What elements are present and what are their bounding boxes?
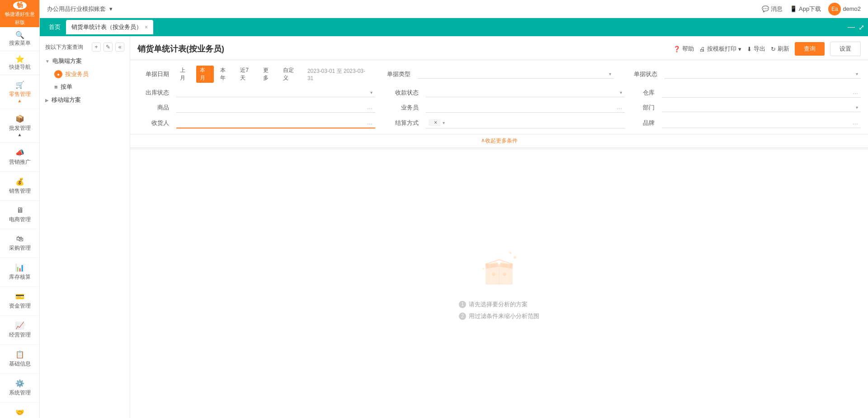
goods-dots[interactable]: … xyxy=(367,104,373,110)
date-filter-cell: 上月 本月 本年 近7天 更多 自定义 2023-03-01 至 2023-03… xyxy=(176,66,367,83)
export-btn[interactable]: ⬇ 导出 xyxy=(747,45,765,53)
sidebar-item-system[interactable]: ⚙️ 系统管理 xyxy=(0,374,39,403)
sidebar-item-inventory[interactable]: 📊 库存核算 xyxy=(0,258,39,287)
refresh-btn[interactable]: ↻ 刷新 xyxy=(771,45,789,53)
top-bar: 办公用品行业模拟账套 ▾ 💬 消息 📱 App下载 Ea demo2 xyxy=(40,0,868,18)
date-tab-more[interactable]: 更多 xyxy=(259,66,277,83)
date-tab-custom[interactable]: 自定义 xyxy=(279,66,302,83)
print-btn[interactable]: 🖨 按模板打印 ▾ xyxy=(699,45,741,53)
tree-section-pc[interactable]: ▼ 电脑端方案 xyxy=(40,54,130,68)
sidebar-item-ecommerce[interactable]: 🖥 电商管理 xyxy=(0,201,39,229)
print-icon: 🖨 xyxy=(699,46,705,52)
top-bar-right: 💬 消息 📱 App下载 Ea demo2 xyxy=(762,3,861,15)
tree-item-salesman[interactable]: ● 按业务员 xyxy=(49,68,130,81)
doctype-field[interactable]: ▾ xyxy=(418,70,614,79)
tab-close-btn[interactable]: × xyxy=(145,24,148,30)
tree-item-order[interactable]: ≡ 按单 xyxy=(49,81,130,93)
settings-button[interactable]: 设置 xyxy=(830,42,861,56)
sidebar-item-sales[interactable]: 💰 销售管理 xyxy=(0,172,39,201)
outstatus-label: 出库状态 xyxy=(137,89,169,97)
doctype-arrow: ▾ xyxy=(609,71,611,76)
payment-field[interactable]: × ▾ xyxy=(426,117,625,128)
tree-arrow-mobile: ▶ xyxy=(45,98,49,103)
filter-row-4: 收货人 … 结算方式 × ▾ 品牌 xyxy=(137,117,861,128)
warehouse-field[interactable]: … xyxy=(662,87,861,98)
marketing-icon: 📣 xyxy=(15,148,24,157)
tab-home[interactable]: 首页 xyxy=(43,20,66,34)
svg-point-7 xyxy=(492,272,495,276)
tree-sub-pc: ● 按业务员 ≡ 按单 xyxy=(40,68,130,93)
brand-field[interactable]: … xyxy=(662,118,861,128)
empty-step-2: 2 用过滤条件来缩小分析范围 xyxy=(459,310,539,322)
add-scheme-btn[interactable]: + xyxy=(92,43,101,52)
sidebar-item-operations[interactable]: 📈 经营管理 xyxy=(0,316,39,345)
sidebar-item-marketing[interactable]: 📣 营销推广 xyxy=(0,143,39,172)
query-button[interactable]: 查询 xyxy=(795,42,825,56)
date-tab-lastmonth[interactable]: 上月 xyxy=(176,66,193,83)
goods-label: 商品 xyxy=(137,104,169,112)
sidebar-item-wholesale[interactable]: 📦 批发管理 ▲ xyxy=(0,109,39,143)
breadcrumb-arrow[interactable]: ▾ xyxy=(109,5,113,12)
department-label: 部门 xyxy=(632,104,655,112)
message-icon: 💬 xyxy=(762,5,769,12)
date-tab-thismonth[interactable]: 本月 xyxy=(196,66,213,83)
docstatus-arrow: ▾ xyxy=(856,71,858,76)
brand-dots[interactable]: … xyxy=(853,119,858,126)
receiver-field[interactable]: … xyxy=(176,118,375,128)
help-btn[interactable]: ❓ 帮助 xyxy=(673,45,694,53)
sidebar-logo: 畅 畅捷通好生意 标版 xyxy=(0,0,40,27)
sidebar-item-enterprise[interactable]: 🤝 企业协同 xyxy=(0,403,39,418)
docstatus-field[interactable]: ▾ xyxy=(665,70,861,79)
svg-point-8 xyxy=(503,272,506,276)
goods-field[interactable]: … xyxy=(176,102,375,113)
edit-scheme-btn[interactable]: ✎ xyxy=(104,43,113,52)
sidebar-item-finance[interactable]: 💳 资金管理 xyxy=(0,287,39,316)
ecommerce-icon: 🖥 xyxy=(16,206,24,214)
date-range: 2023-03-01 至 2023-03-31 xyxy=(307,67,367,81)
sidebar-item-basic[interactable]: 📋 基础信息 xyxy=(0,345,39,374)
salesman-field[interactable]: … xyxy=(426,102,625,113)
payment-label: 结算方式 xyxy=(382,119,419,127)
collapse-panel-btn[interactable]: « xyxy=(115,43,124,52)
receiptstatus-field[interactable]: ▾ xyxy=(426,88,625,97)
date-tab-7days[interactable]: 近7天 xyxy=(236,66,257,83)
tree-section-mobile[interactable]: ▶ 移动端方案 xyxy=(40,93,130,107)
payment-close[interactable]: × xyxy=(434,119,437,126)
export-icon: ⬇ xyxy=(747,46,752,52)
message-btn[interactable]: 💬 消息 xyxy=(762,5,783,13)
salesman-dots[interactable]: … xyxy=(617,104,622,110)
receiver-dots[interactable]: … xyxy=(367,119,373,126)
sidebar-item-shortcut[interactable]: ⭐ 快捷导航 xyxy=(0,51,39,75)
receiptstatus-arrow: ▾ xyxy=(620,90,622,95)
tab-minimize-btn[interactable]: — xyxy=(848,23,855,32)
date-tab-thisyear[interactable]: 本年 xyxy=(217,66,234,83)
order-icon: ≡ xyxy=(54,84,58,90)
page-title: 销货单统计表(按业务员) xyxy=(137,43,224,54)
sidebar-item-retail[interactable]: 🛒 零售管理 ▲ xyxy=(0,75,39,109)
help-icon: ❓ xyxy=(673,46,680,52)
right-panel: 销货单统计表(按业务员) ❓ 帮助 🖨 按模板打印 ▾ ⬇ 导出 xyxy=(130,36,868,418)
sales-icon: 💰 xyxy=(15,177,24,186)
receiptstatus-label: 收款状态 xyxy=(382,89,419,97)
sidebar-item-purchase[interactable]: 🛍 采购管理 xyxy=(0,229,39,258)
finance-icon: 💳 xyxy=(15,292,24,301)
empty-text: 1 请先选择要分析的方案 2 用过滤条件来缩小分析范围 xyxy=(459,299,539,322)
outstatus-field[interactable]: ▾ xyxy=(176,88,375,97)
user-menu[interactable]: Ea demo2 xyxy=(828,3,861,15)
app-download-btn[interactable]: 📱 App下载 xyxy=(790,5,821,13)
logo-text: 畅捷通好生意 xyxy=(5,11,35,18)
download-icon: 📱 xyxy=(790,5,797,12)
system-icon: ⚙️ xyxy=(15,379,24,388)
collapse-bar[interactable]: ∧ 收起更多条件 xyxy=(130,134,868,148)
warehouse-dots[interactable]: … xyxy=(853,89,858,95)
tab-expand-btn[interactable]: ⤢ xyxy=(859,23,864,32)
refresh-icon: ↻ xyxy=(771,46,776,52)
tree-arrow-pc: ▼ xyxy=(45,59,50,64)
department-field[interactable]: ▾ xyxy=(662,103,861,112)
page-actions: ❓ 帮助 🖨 按模板打印 ▾ ⬇ 导出 ↻ 刷新 xyxy=(673,42,861,56)
empty-state: 1 请先选择要分析的方案 2 用过滤条件来缩小分析范围 xyxy=(130,150,868,418)
svg-point-5 xyxy=(482,268,484,270)
doctype-label: 单据类型 xyxy=(374,70,410,78)
tab-sales-stats[interactable]: 销货单统计表（按业务员） × xyxy=(66,20,153,34)
sidebar-item-search[interactable]: 🔍 搜索菜单 xyxy=(0,27,39,51)
